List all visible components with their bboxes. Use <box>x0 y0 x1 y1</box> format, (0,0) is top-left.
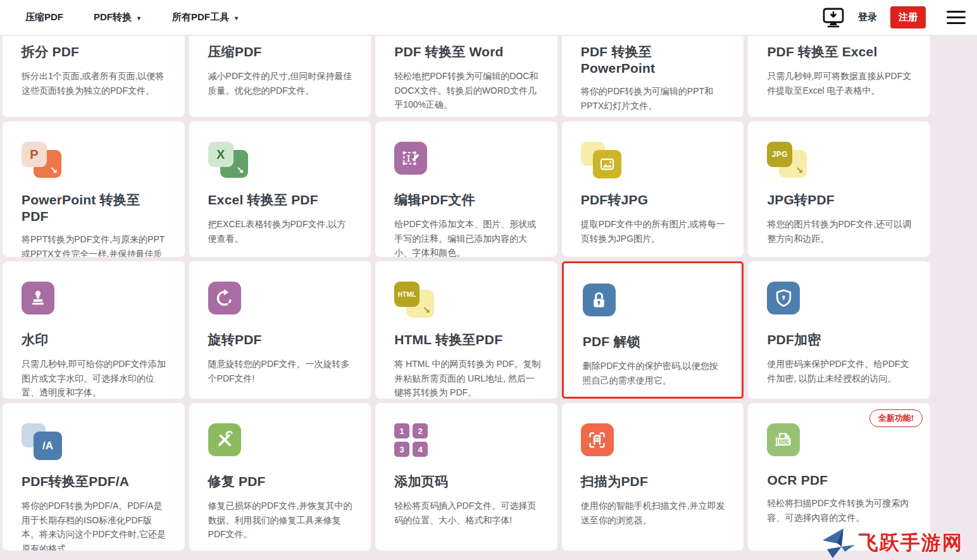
tool-title: PDF转换至PDF/A <box>22 473 168 490</box>
page-number-2: 2 <box>413 423 428 439</box>
tool-title: JPG转PDF <box>767 191 914 209</box>
tool-title: 修复 PDF <box>208 473 355 490</box>
tool-card-pdf-to-word[interactable]: PDF 转换至 Word 轻松地把PDF转换为可编辑的DOC和DOCX文件。转换… <box>375 36 557 117</box>
tool-card-split-pdf[interactable]: 拆分 PDF 拆分出1个页面,或者所有页面,以便将这些页面转换为独立的PDF文件… <box>3 36 185 117</box>
chevron-down-icon: ▼ <box>233 15 239 22</box>
tool-title: Excel 转换至 PDF <box>208 191 355 209</box>
tool-card-pdf-to-jpg[interactable]: ↘ PDF转JPG 提取PDF文件中的所有图片,或将每一页转换为JPG图片。 <box>562 121 744 257</box>
page-numbers-icon: 1 2 3 4 <box>394 423 541 460</box>
navbar-actions: 登录 注册 <box>822 6 966 28</box>
tool-title: PDF转JPG <box>581 191 728 209</box>
tool-description: 将PPT转换为PDF文件,与原来的PPT或PPTX文件完全一样,并保持最佳质量。 <box>22 232 168 257</box>
tool-description: 使用你的智能手机扫描文件,并立即发送至你的浏览器。 <box>581 499 728 527</box>
open-padlock-glyph <box>588 290 609 311</box>
tool-card-repair-pdf[interactable]: 修复 PDF 修复已损坏的PDF文件,并恢复其中的数据。利用我们的修复工具来修复… <box>189 403 371 551</box>
powerpoint-to-pdf-icon: ↘ P <box>22 142 168 178</box>
tool-card-scan-to-pdf[interactable]: 扫描为PDF 使用你的智能手机扫描文件,并立即发送至你的浏览器。 <box>562 403 744 551</box>
nav-item-compress-pdf[interactable]: 压缩PDF <box>25 11 63 23</box>
watermark-stamp-icon <box>22 282 168 318</box>
tool-description: 修复已损坏的PDF文件,并恢复其中的数据。利用我们的修复工具来修复PDF文件。 <box>208 499 355 542</box>
tool-card-compress-pdf[interactable]: 压缩PDF 减小PDF文件的尺寸,但同时保持最佳质量。优化您的PDF文件。 <box>189 36 371 117</box>
tool-title: OCR PDF <box>767 473 914 488</box>
tool-title: HTML 转换至PDF <box>394 331 541 349</box>
nav-item-all-pdf-tools[interactable]: 所有PDF工具 ▼ <box>172 11 239 23</box>
tool-title: PDF 转换至 Excel <box>767 43 914 61</box>
paper-bird-logo-icon <box>822 527 856 559</box>
tool-description: 只需几秒钟,即可将数据直接从PDF文件提取至Excel 电子表格中。 <box>767 69 914 97</box>
register-button[interactable]: 注册 <box>890 6 926 28</box>
ocr-document-glyph: OCR <box>772 428 795 451</box>
tool-title: 扫描为PDF <box>581 473 728 490</box>
tool-title: PDF 解锁 <box>583 333 726 351</box>
tool-card-pdf-to-excel[interactable]: PDF 转换至 Excel 只需几秒钟,即可将数据直接从PDF文件提取至Exce… <box>748 36 930 117</box>
new-feature-badge: 全新功能! <box>869 409 923 427</box>
nav-item-pdf-convert[interactable]: PDF转换 ▼ <box>94 11 142 23</box>
tool-card-jpg-to-pdf[interactable]: ↘ JPG JPG转PDF 将您的图片转换为PDF文件,还可以调整方向和边距。 <box>748 121 930 257</box>
watermark-text: 飞跃手游网 <box>859 530 963 556</box>
tool-description: 给PDF文件添加文本、图片、形状或手写的注释。编辑已添加内容的大小、字体和颜色。 <box>394 217 541 257</box>
ppt-letter: P <box>22 142 47 167</box>
tool-card-unlock-pdf[interactable]: PDF 解锁 删除PDF文件的保护密码,以便您按照自己的需求使用它。 <box>562 261 744 399</box>
page-number-3: 3 <box>394 442 409 457</box>
tool-card-watermark[interactable]: 水印 只需几秒钟,即可给你的PDF文件添加图片或文字水印。可选择水印的位置、透明… <box>3 261 185 399</box>
login-button[interactable]: 登录 <box>858 11 877 23</box>
tool-description: 随意旋转您的PDF文件。一次旋转多个PDF文件! <box>208 357 355 385</box>
tool-card-rotate-pdf[interactable]: 旋转PDF 随意旋转您的PDF文件。一次旋转多个PDF文件! <box>189 261 371 399</box>
shield-lock-glyph <box>773 288 794 309</box>
tool-title: 添加页码 <box>394 473 541 490</box>
tool-title: PDF 转换至 Word <box>394 43 541 61</box>
navbar-links: 压缩PDF PDF转换 ▼ 所有PDF工具 ▼ <box>25 11 239 23</box>
tool-title: 水印 <box>22 331 168 349</box>
tool-card-protect-pdf[interactable]: PDF加密 使用密码来保护PDF文件。给PDF文件加密, 以防止未经授权的访问。 <box>748 261 930 399</box>
page-number-1: 1 <box>394 423 409 439</box>
tool-description: 拆分出1个页面,或者所有页面,以便将这些页面转换为独立的PDF文件。 <box>22 69 168 97</box>
tool-description: 使用密码来保护PDF文件。给PDF文件加密, 以防止未经授权的访问。 <box>767 357 914 385</box>
page-number-4: 4 <box>413 442 428 457</box>
convert-arrow-icon: ↘ <box>423 304 431 316</box>
tools-glyph <box>215 430 234 449</box>
rotate-pdf-icon <box>208 282 355 318</box>
pdfa-label: /A <box>34 432 62 460</box>
tools-grid: 拆分 PDF 拆分出1个页面,或者所有页面,以便将这些页面转换为独立的PDF文件… <box>3 36 930 551</box>
tool-title: PDF加密 <box>767 331 914 349</box>
tool-description: 将 HTML 中的网页转换为 PDF。复制并粘贴所需页面的 URL地址, 然后一… <box>394 357 541 399</box>
tool-title: PowerPoint 转换至 PDF <box>22 191 168 224</box>
scan-frame-glyph <box>587 430 607 451</box>
nav-label: 压缩PDF <box>25 11 63 23</box>
scan-to-pdf-icon <box>581 423 728 460</box>
protect-pdf-icon <box>767 282 914 318</box>
tool-description: 将你的PDF转换为可编辑的PPT和PPTX幻灯片文件。 <box>581 84 728 113</box>
tool-description: 轻松将页码插入PDF文件。可选择页码的位置、大小、格式和字体! <box>394 499 541 527</box>
tool-description: 将你的PDF转换为PDF/A。PDF/A是用于长期存档的ISO标准化PDF版本。… <box>22 499 168 551</box>
site-watermark: 飞跃手游网 <box>822 527 963 559</box>
top-navbar: 压缩PDF PDF转换 ▼ 所有PDF工具 ▼ 登录 注册 <box>0 0 977 35</box>
jpg-label: JPG <box>767 142 792 167</box>
pdf-to-jpg-icon: ↘ <box>581 142 728 178</box>
tool-card-powerpoint-to-pdf[interactable]: ↘ P PowerPoint 转换至 PDF 将PPT转换为PDF文件,与原来的… <box>3 121 185 257</box>
nav-label: PDF转换 <box>94 11 132 23</box>
tool-title: 旋转PDF <box>208 331 355 349</box>
tool-card-pdf-to-pdfa[interactable]: ↘ /A PDF转换至PDF/A 将你的PDF转换为PDF/A。PDF/A是用于… <box>3 403 185 551</box>
tool-description: 减小PDF文件的尺寸,但同时保持最佳质量。优化您的PDF文件。 <box>208 69 355 97</box>
tool-description: 轻松将扫描PDF文件转换为可搜索內容、可选择內容的文件。 <box>767 496 914 525</box>
html-label: HTML <box>394 282 420 307</box>
tool-title: 压缩PDF <box>208 43 355 61</box>
convert-arrow-icon: ↘ <box>49 165 58 176</box>
tool-description: 提取PDF文件中的所有图片,或将每一页转换为JPG图片。 <box>581 217 728 246</box>
tool-card-page-numbers[interactable]: 1 2 3 4 添加页码 轻松将页码插入PDF文件。可选择页码的位置、大小、格式… <box>375 403 557 551</box>
tool-card-edit-pdf[interactable]: 编辑PDF文件 给PDF文件添加文本、图片、形状或手写的注释。编辑已添加内容的大… <box>375 121 557 257</box>
chevron-down-icon: ▼ <box>136 15 142 22</box>
tool-title: 编辑PDF文件 <box>394 191 541 209</box>
ocr-pdf-icon: OCR <box>767 423 914 460</box>
tool-card-excel-to-pdf[interactable]: ↘ X Excel 转换至 PDF 把EXCEL表格转换为PDF文件,以方便查看… <box>189 121 371 257</box>
tool-description: 删除PDF文件的保护密码,以便您按照自己的需求使用它。 <box>583 359 726 387</box>
tool-card-html-to-pdf[interactable]: ↘ HTML HTML 转换至PDF 将 HTML 中的网页转换为 PDF。复制… <box>375 261 557 399</box>
jpg-to-pdf-icon: ↘ JPG <box>767 142 914 178</box>
desktop-app-download-icon[interactable] <box>822 7 845 28</box>
tool-card-pdf-to-powerpoint[interactable]: PDF 转换至 PowerPoint 将你的PDF转换为可编辑的PPT和PPTX… <box>562 36 744 117</box>
image-glyph <box>599 156 616 173</box>
tool-description: 将您的图片转换为PDF文件,还可以调整方向和边距。 <box>767 217 914 246</box>
tool-description: 把EXCEL表格转换为PDF文件,以方便查看。 <box>208 217 355 246</box>
hamburger-menu-icon[interactable] <box>947 11 966 24</box>
nav-label: 所有PDF工具 <box>172 11 229 23</box>
